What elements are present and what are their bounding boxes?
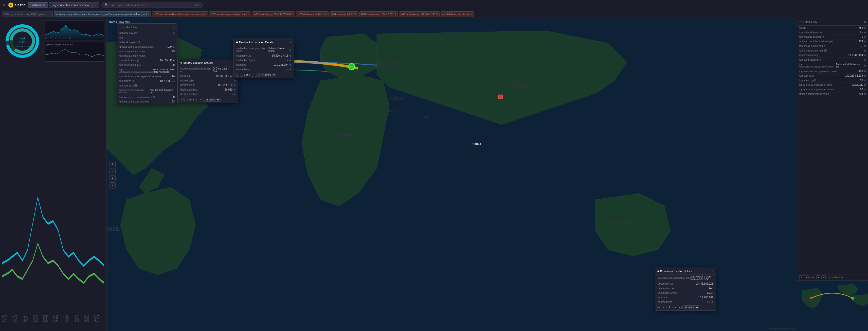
right-traffic-panel: Traffic Flow × count 759 ⊕ top network.p… — [797, 18, 868, 331]
src-bytes-filter[interactable]: ⊕ — [234, 79, 236, 82]
dest-br-close[interactable]: × — [712, 269, 714, 273]
rp-unique-filter[interactable]: ⊕ — [864, 40, 866, 43]
rp-dest-ip-pct-filter[interactable]: ⊕ — [864, 58, 866, 61]
dest-row-ip: destination.ip 95.216.144.15 ⊕ — [234, 54, 294, 58]
dest-src-filter[interactable]: ⊕ — [289, 63, 291, 66]
filter-chip-2[interactable]: NOT suricata.eve.event_type: stats × — [209, 11, 251, 17]
kql-filter-input[interactable] — [2, 11, 53, 17]
dest-layers-select[interactable]: All layers — [259, 73, 276, 77]
filter-icon[interactable]: ⊕ — [173, 32, 175, 34]
src-next-btn[interactable]: › — [195, 98, 198, 101]
right-panel-close[interactable]: × — [864, 20, 866, 24]
rp-prev-btn[interactable]: ‹ — [805, 275, 809, 279]
chip-close-8[interactable]: × — [470, 13, 472, 16]
filter-icon-1[interactable]: ⊕ — [173, 46, 175, 48]
src-layers-select[interactable]: All layers — [204, 98, 221, 102]
dest-prev-btn[interactable]: ‹ — [240, 73, 243, 77]
source-location-popup: Source Location Details × source.as.orga… — [178, 59, 238, 103]
rp-next-btn[interactable]: › — [816, 275, 820, 279]
dest-row-src-ip: source.ip 10.7.208.194 ⊕ — [234, 63, 294, 67]
map-area[interactable]: Traffic Flow Map UNIT — [106, 18, 797, 331]
svg-text:outbound 85.5%: outbound 85.5% — [15, 45, 30, 48]
dest-popup-close[interactable]: × — [289, 40, 291, 44]
rp-src-ip-filter[interactable]: ⊕ — [864, 74, 866, 77]
rp-proto-filter[interactable]: ⊕ — [864, 31, 866, 34]
rp-src-org-pct-filter[interactable]: ⊕ — [864, 88, 866, 91]
filter-chip-8[interactable]: event.dataset: suricata.eve × — [441, 11, 474, 17]
map-draw-button[interactable]: ✎ — [110, 182, 116, 188]
rp-src-bytes-filter[interactable]: ⊕ — [864, 93, 866, 95]
rp-src-org-filter[interactable]: ⊕ — [864, 84, 866, 86]
chip-close-6[interactable]: × — [395, 13, 396, 16]
tab-add-button[interactable]: + — [92, 2, 99, 8]
chip-close-2[interactable]: × — [248, 13, 249, 16]
chip-close-7[interactable]: × — [436, 13, 438, 16]
src-prev-btn[interactable]: ‹ — [184, 98, 188, 101]
tf-map-panel-header: Traffic Flow × — [117, 24, 177, 31]
dest-bytes-filter[interactable]: ⊕ — [289, 59, 291, 62]
filter-chip-6[interactable]: NOT destination.ip: 224.0.0.251 × — [360, 11, 398, 17]
china-map-label: CHINA — [471, 143, 482, 146]
tf-row-dest-org-pct: top destination.as.organization.name 96 — [117, 74, 177, 79]
tf-map-close-button[interactable]: × — [173, 25, 175, 29]
src-port-filter[interactable]: ⊕ — [234, 88, 236, 91]
chip-close-4[interactable]: × — [325, 13, 327, 16]
rp-row-dns-pct: top dns.question.name% — ⊕ — [797, 49, 868, 53]
src-dest-bytes-filter[interactable]: ⊕ — [234, 93, 236, 96]
svg-text:13:20: 13:20 — [2, 313, 7, 325]
dest-org-filter[interactable]: ⊕ — [289, 49, 291, 51]
dest-last-btn[interactable]: » — [255, 73, 258, 77]
rp-src-ip-pct-filter[interactable]: ⊕ — [864, 79, 866, 82]
rp-dest-org-filter[interactable]: ⊕ — [864, 64, 866, 67]
filter-chip-7[interactable]: NOT destination.ip: 192.168.1.255 × — [399, 11, 440, 17]
filter-chip-3[interactable]: NOT destination.ip: 239.255.255.250 × — [252, 11, 295, 17]
dest-br-next-btn[interactable]: › — [674, 306, 677, 309]
rp-count-filter[interactable]: ⊕ — [864, 26, 866, 29]
chip-close-1[interactable]: × — [205, 13, 206, 16]
dest-src-bytes-filter[interactable]: ⊕ — [289, 68, 291, 71]
zoom-in-button[interactable]: + — [110, 161, 116, 167]
chip-close-5[interactable]: × — [355, 13, 357, 16]
rp-dest-ip-filter[interactable]: ⊕ — [864, 54, 866, 57]
filter-chip-4[interactable]: NOT destination.ip: ff02::c × — [296, 11, 329, 17]
tab-logs-suricata[interactable]: Logs Suricata Event Overview — [49, 2, 92, 8]
dest-first-btn[interactable]: « — [236, 73, 239, 77]
tf-row-network-pct: network.protocol% — [117, 40, 177, 44]
rp-last-btn[interactable]: » — [822, 275, 826, 279]
filter-chip-1[interactable]: NOT suricata-eve.flow-state-is-one-of-cl… — [152, 11, 208, 17]
zoom-out-button[interactable]: − — [110, 168, 116, 174]
global-search-input[interactable] — [110, 4, 194, 7]
dest-br-last-btn[interactable]: » — [678, 306, 682, 309]
src-row-org: source.as.organization.nam e O-Core Labs… — [178, 66, 238, 74]
src-dest-filter[interactable]: ⊕ — [234, 84, 236, 87]
map-layers-button[interactable]: ⊞ — [110, 175, 116, 181]
chip-close-3[interactable]: × — [292, 13, 293, 16]
right-panel-header: Traffic Flow × — [797, 18, 868, 26]
rp-dest-org-pct-filter[interactable]: ⊕ — [864, 70, 866, 72]
dest-br-prev-btn[interactable]: ‹ — [662, 306, 665, 309]
rp-row-src-ip-pct: top source.ip% 93 ⊕ — [797, 78, 868, 83]
dest-br-first-btn[interactable]: « — [657, 306, 661, 309]
rp-dns-filter[interactable]: ⊕ — [864, 44, 866, 48]
filter-chip-0[interactable]: suricata-eve.http.status-is-one-of-close… — [54, 11, 151, 17]
tab-dashboards[interactable]: Dashboards — [28, 2, 48, 8]
dest-next-btn[interactable]: › — [251, 73, 254, 77]
dest-br-layers-select[interactable]: All layers — [682, 305, 700, 309]
filter-chip-5[interactable]: NOT source.ip: 0.0.0.0 × — [330, 11, 359, 17]
rp-proto-pct-filter[interactable]: ⊕ — [864, 35, 866, 38]
rp-dns-pct-filter[interactable]: ⊕ — [864, 49, 866, 52]
chip-close-0[interactable]: × — [148, 13, 149, 16]
dest-ip-filter[interactable]: ⊕ — [289, 54, 291, 57]
src-last-btn[interactable]: » — [199, 98, 203, 101]
app-title: elastic — [14, 3, 26, 7]
svg-text:11:30: 11:30 — [50, 37, 52, 39]
right-panel-content: count 759 ⊕ top network.protocol http ⊕ … — [797, 26, 868, 274]
svg-point-40 — [851, 297, 854, 300]
donut-chart: wg0 94.2% outbound 85.5% — [2, 20, 42, 62]
chip-text-0: suricata-eve.http.status-is-one-of-close… — [56, 13, 147, 16]
rp-first-btn[interactable]: « — [799, 275, 804, 279]
dest-indicator — [236, 41, 238, 43]
rp-row-protocol: top network.protocol http ⊕ — [797, 30, 868, 35]
src-first-btn[interactable]: « — [180, 98, 184, 101]
menu-button[interactable]: ≡ — [2, 2, 6, 8]
